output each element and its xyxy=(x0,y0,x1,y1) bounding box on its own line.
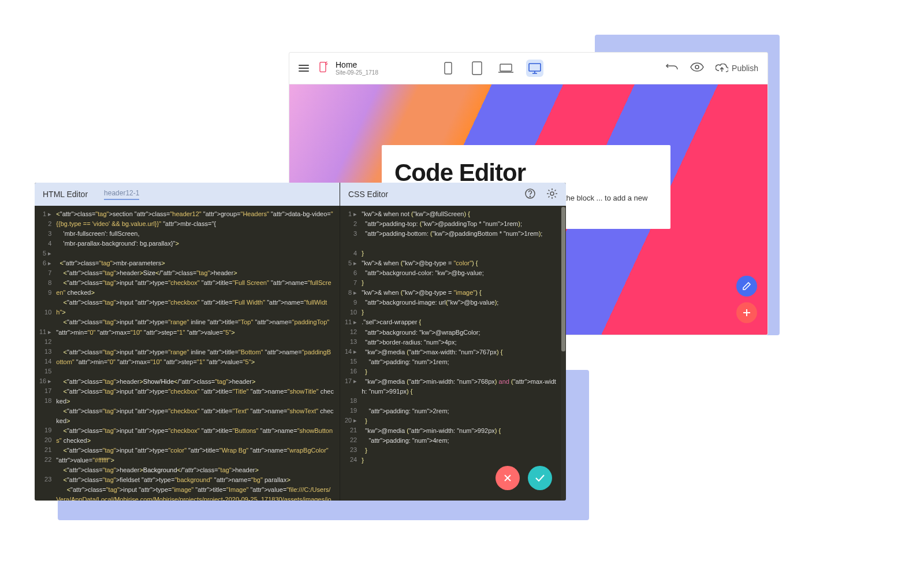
preview-button[interactable] xyxy=(690,62,704,74)
device-mobile[interactable] xyxy=(439,60,457,77)
app-icon xyxy=(317,60,336,76)
builder-topbar: Home Site-09-25_1718 Publish xyxy=(289,53,767,84)
svg-rect-5 xyxy=(500,64,512,71)
cancel-button[interactable] xyxy=(495,466,520,490)
svg-rect-7 xyxy=(529,64,541,71)
accept-button[interactable] xyxy=(528,466,552,490)
add-block-fab[interactable] xyxy=(736,302,757,323)
svg-point-10 xyxy=(695,65,699,69)
css-code-area[interactable]: 1 ▸2345 ▸678 ▸91011 ▸121314 ▸151617 ▸181… xyxy=(340,206,566,501)
svg-rect-0 xyxy=(320,62,326,72)
page-title: Home xyxy=(336,61,378,69)
css-pane-header: CSS Editor xyxy=(340,183,566,206)
html-tab-label[interactable]: HTML Editor xyxy=(43,190,88,199)
edit-fab[interactable] xyxy=(736,276,757,297)
css-pane: CSS Editor 1 ▸2345 ▸678 ▸91011 ▸121314 ▸… xyxy=(340,183,566,501)
help-icon[interactable] xyxy=(524,188,536,201)
html-pane: HTML Editor header12-1 1 ▸2345 ▸6 ▸78910… xyxy=(35,183,340,501)
svg-point-15 xyxy=(550,192,554,195)
html-subtab[interactable]: header12-1 xyxy=(104,189,139,200)
gear-icon[interactable] xyxy=(546,188,558,201)
code-editor-window: HTML Editor header12-1 1 ▸2345 ▸6 ▸78910… xyxy=(35,183,566,501)
builder-right-tools: Publish xyxy=(666,62,758,75)
device-tablet[interactable] xyxy=(468,60,486,77)
device-switcher xyxy=(439,60,543,77)
css-tab-label[interactable]: CSS Editor xyxy=(348,190,388,199)
scrollbar-thumb[interactable] xyxy=(561,207,565,351)
svg-rect-4 xyxy=(472,62,482,75)
html-pane-header: HTML Editor header12-1 xyxy=(35,183,340,206)
page-title-wrap[interactable]: Home Site-09-25_1718 xyxy=(336,61,378,76)
svg-point-14 xyxy=(530,196,530,197)
publish-button[interactable]: Publish xyxy=(716,64,758,73)
publish-label: Publish xyxy=(732,64,758,73)
hamburger-menu[interactable] xyxy=(299,65,309,72)
html-code-area[interactable]: 1 ▸2345 ▸6 ▸7891011 ▸1213141516 ▸1718192… xyxy=(35,206,340,501)
undo-button[interactable] xyxy=(666,62,679,75)
device-desktop[interactable] xyxy=(526,60,543,77)
editor-action-buttons xyxy=(495,466,552,490)
svg-rect-3 xyxy=(445,62,452,74)
device-laptop[interactable] xyxy=(497,60,515,77)
site-name: Site-09-25_1718 xyxy=(336,69,378,76)
